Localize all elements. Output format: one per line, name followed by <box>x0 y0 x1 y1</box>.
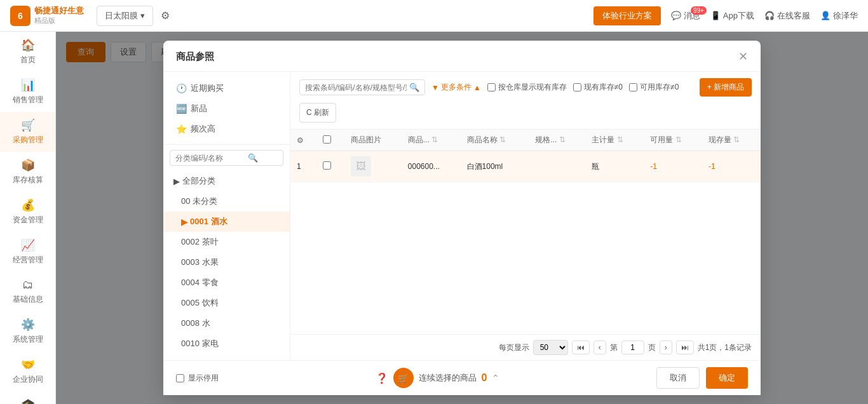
category-item-fruit[interactable]: 0003 水果 <box>163 252 290 273</box>
online-service-btn[interactable]: 🎧 在线客服 <box>764 10 810 22</box>
continue-select-text: 连续选择的商品 <box>419 372 477 384</box>
collapse-footer-btn[interactable]: ⌃ <box>492 373 499 383</box>
display-disabled-input[interactable] <box>176 374 184 382</box>
checkbox-available-stock[interactable]: 可用库存≠0 <box>629 82 679 93</box>
collab-icon: 🤝 <box>21 358 35 372</box>
category-list: ▶ 全部分类 00 未分类 ▶ 0001 酒水 0002 茶 <box>163 171 290 354</box>
add-product-button[interactable]: + 新增商品 <box>700 78 752 97</box>
quick-item-frequent[interactable]: ⭐ 频次高 <box>170 119 283 139</box>
td-unit: 瓶 <box>585 151 644 182</box>
sidebar-item-sales[interactable]: 📊 销售管理 <box>0 72 55 112</box>
clock-icon: 🕐 <box>176 83 187 93</box>
category-item-unclassified[interactable]: 00 未分类 <box>163 191 290 212</box>
sidebar-item-basic-info[interactable]: 🗂 基础信息 <box>0 272 55 311</box>
trial-btn[interactable]: 体验行业方案 <box>593 6 661 25</box>
sidebar-item-finance[interactable]: 💰 资金管理 <box>0 192 55 232</box>
page-suffix: 页 <box>648 342 656 353</box>
quick-item-label: 新品 <box>191 103 207 114</box>
modal-close-button[interactable]: ✕ <box>738 50 748 64</box>
app-download-btn[interactable]: 📱 App下载 <box>710 10 754 22</box>
th-spec[interactable]: 规格... <box>529 130 585 151</box>
first-page-btn[interactable]: ⏮ <box>572 340 590 354</box>
next-page-btn[interactable]: › <box>660 340 672 354</box>
message-badge: 99+ <box>691 6 707 15</box>
category-label: 0002 茶叶 <box>181 236 219 248</box>
message-icon: 💬 <box>671 11 681 20</box>
category-item-drink[interactable]: 0005 饮料 <box>163 293 290 313</box>
last-page-btn[interactable]: ⏭ <box>676 340 694 354</box>
operations-icon: 📈 <box>21 238 35 252</box>
sidebar-item-operations[interactable]: 📈 经营管理 <box>0 232 55 272</box>
category-search-input[interactable] <box>175 154 245 163</box>
sidebar-item-guide[interactable]: 🎓 新手引导 <box>0 391 55 404</box>
th-unit[interactable]: 主计量 <box>585 130 644 151</box>
store-selector[interactable]: 日太阳膜 ▾ <box>97 6 153 26</box>
prev-page-btn[interactable]: ‹ <box>593 340 606 354</box>
td-available: -1 <box>644 151 702 182</box>
store-label: 日太阳膜 <box>105 10 138 22</box>
sidebar-item-system[interactable]: ⚙️ 系统管理 <box>0 311 55 351</box>
th-name[interactable]: 商品名称 <box>461 130 529 151</box>
star-icon: ⭐ <box>176 124 187 134</box>
modal-footer: 显示停用 ❓ 🛒 连续选择的商品 0 ⌃ 取消 确定 <box>163 360 761 395</box>
user-area[interactable]: 👤 徐泽华 <box>820 10 858 22</box>
checkbox-nonzero-stock[interactable]: 现有库存≠0 <box>573 82 623 93</box>
system-icon: ⚙️ <box>21 318 35 332</box>
checkbox-warehouse-stock[interactable]: 按仓库显示现有库存 <box>487 82 567 93</box>
confirm-button[interactable]: 确定 <box>706 367 748 389</box>
th-settings[interactable]: ⚙ <box>290 130 316 151</box>
th-code[interactable]: 商品... <box>402 130 461 151</box>
category-label: 0003 水果 <box>181 257 219 268</box>
table-row[interactable]: 1 🖼 000600... 白酒100ml 瓶 <box>290 151 761 182</box>
gear-icon: ⚙ <box>161 10 170 21</box>
app-label: App下载 <box>723 10 754 22</box>
logo-text: 畅捷通好生意 <box>34 6 84 16</box>
th-available[interactable]: 可用量 <box>644 130 702 151</box>
row-checkbox[interactable] <box>323 161 331 170</box>
sidebar-item-label: 基础信息 <box>13 294 43 305</box>
basic-info-icon: 🗂 <box>22 278 34 292</box>
search-icon: 🔍 <box>248 153 258 163</box>
nav-actions: 体验行业方案 💬 消息 99+ 📱 App下载 🎧 在线客服 👤 徐泽华 <box>593 6 858 25</box>
cart-icon[interactable]: 🛒 <box>393 368 414 388</box>
select-all-checkbox[interactable] <box>323 135 331 144</box>
arrow-icon: ▶ <box>173 177 180 186</box>
category-item-water[interactable]: 0008 水 <box>163 313 290 333</box>
category-item-snack[interactable]: 0004 零食 <box>163 273 290 293</box>
product-search-input[interactable] <box>305 83 407 92</box>
category-label: 0008 水 <box>181 318 210 329</box>
page-label: 第 <box>610 342 618 353</box>
sidebar-item-collab[interactable]: 🤝 企业协同 <box>0 351 55 391</box>
category-item-all[interactable]: ▶ 全部分类 <box>163 171 290 191</box>
cancel-button[interactable]: 取消 <box>656 367 700 389</box>
td-spec <box>529 151 585 182</box>
sidebar-item-purchase[interactable]: 🛒 采购管理 <box>0 112 55 152</box>
product-reference-modal: 商品参照 ✕ 🕐 近期购买 🆕 <box>163 41 761 395</box>
page-number-input[interactable] <box>621 340 644 354</box>
checkbox-nonzero-stock-input[interactable] <box>573 83 581 91</box>
search-icon: 🔍 <box>409 83 419 92</box>
th-stock[interactable]: 现存量 <box>702 130 761 151</box>
sidebar-item-home[interactable]: 🏠 首页 <box>0 32 55 72</box>
quick-item-recent[interactable]: 🕐 近期购买 <box>170 78 283 98</box>
more-filter-btn[interactable]: ▼ 更多条件 ▲ <box>431 82 481 93</box>
category-item-tea[interactable]: 0002 茶叶 <box>163 232 290 252</box>
sidebar-item-label: 系统管理 <box>13 334 43 345</box>
service-label: 在线客服 <box>777 10 810 22</box>
quick-item-new[interactable]: 🆕 新品 <box>170 98 283 119</box>
page-size-select[interactable]: 20 50 100 200 <box>533 340 568 355</box>
category-label: 0010 家电 <box>181 338 219 349</box>
checkbox-available-stock-input[interactable] <box>629 83 637 91</box>
gear-btn[interactable]: ⚙ <box>161 10 170 22</box>
filter-icon: ▼ <box>431 83 439 92</box>
sidebar-item-label: 经营管理 <box>13 255 43 266</box>
category-item-alcohol[interactable]: ▶ 0001 酒水 <box>163 212 290 232</box>
refresh-product-button[interactable]: C 刷新 <box>299 103 336 123</box>
message-btn[interactable]: 💬 消息 99+ <box>671 10 700 22</box>
logo-area: 6 畅捷通好生意 精品版 <box>10 6 84 26</box>
checkbox-warehouse-stock-input[interactable] <box>487 83 496 91</box>
main-area: 查询 设置 刷新 商品参照 ✕ 🕐 <box>56 32 868 404</box>
category-item-appliance[interactable]: 0010 家电 <box>163 333 290 354</box>
display-disabled-checkbox[interactable]: 显示停用 <box>176 373 219 384</box>
sidebar-item-inventory[interactable]: 📦 库存核算 <box>0 152 55 192</box>
